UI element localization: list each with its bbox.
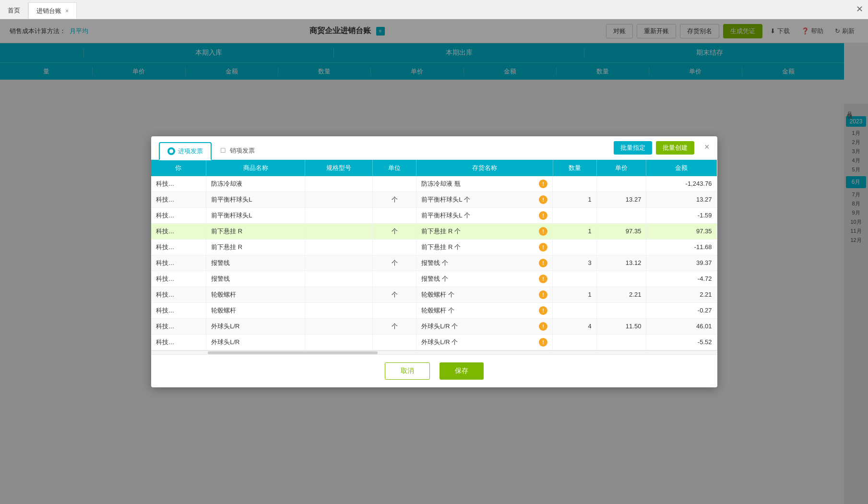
horizontal-scrollbar[interactable]	[151, 350, 717, 354]
cell-spec	[305, 255, 372, 271]
batch-create-button[interactable]: 批量创建	[656, 141, 694, 155]
tab-active-label: 进销台账	[36, 7, 61, 15]
cell-unit	[373, 176, 416, 192]
cell-inventory: 前平衡杆球头L 个!	[416, 192, 553, 207]
cell-product-name: 前平衡杆球头L	[206, 192, 305, 207]
cell-inventory: 报警线 个!	[416, 271, 553, 287]
cancel-button[interactable]: 取消	[385, 362, 430, 380]
cell-amount: -11.68	[646, 239, 717, 255]
cell-company: 科技…	[151, 255, 206, 271]
tab-active[interactable]: 进销台账 ×	[28, 2, 77, 19]
cell-product-name: 轮毂螺杆	[206, 287, 305, 302]
cell-inventory: 外球头L/R 个!	[416, 335, 553, 350]
cell-qty	[553, 334, 596, 350]
income-invoice-icon	[167, 147, 175, 155]
th-spec: 规格型号	[305, 160, 372, 176]
inventory-name-text: 轮毂螺杆 个	[421, 290, 454, 299]
table-row: 科技…报警线个报警线 个!313.1239.37	[151, 255, 717, 271]
modal-close-button[interactable]: ×	[704, 142, 710, 152]
cell-spec	[305, 334, 372, 350]
cell-product-name: 外球头L/R	[206, 318, 305, 334]
modal-header: 进项发票 ☐ 销项发票 批量指定 批量创建 ×	[151, 136, 717, 160]
cell-qty	[553, 271, 596, 287]
cell-amount: -5.52	[646, 334, 717, 350]
cell-price: 97.35	[596, 223, 646, 239]
tab-home-label: 首页	[8, 6, 20, 15]
cell-price: 2.21	[596, 287, 646, 302]
cell-price: 13.27	[596, 192, 646, 207]
cell-unit: 个	[373, 287, 416, 302]
modal-dialog: 进项发票 ☐ 销项发票 批量指定 批量创建 × 你	[151, 136, 717, 387]
modal-overlay: 进项发票 ☐ 销项发票 批量指定 批量创建 × 你	[0, 19, 868, 504]
cell-inventory: 轮毂螺杆 个!	[416, 303, 553, 318]
cell-spec	[305, 239, 372, 255]
cell-inventory: 前下悬挂 R 个!	[416, 224, 553, 239]
tab-close-icon[interactable]: ×	[65, 8, 69, 14]
cell-price	[596, 207, 646, 223]
cell-spec	[305, 302, 372, 318]
cell-amount: -1.59	[646, 207, 717, 223]
warn-icon: !	[539, 259, 547, 267]
tab-home[interactable]: 首页	[0, 2, 28, 19]
cell-product-name: 前下悬挂 R	[206, 223, 305, 239]
cell-amount: -4.72	[646, 271, 717, 287]
inventory-name-text: 轮毂螺杆 个	[421, 306, 454, 315]
cell-spec	[305, 271, 372, 287]
th-amount: 金额	[646, 160, 717, 176]
tab-sales-invoice[interactable]: ☐ 销项发票	[212, 143, 262, 159]
cell-inventory: 轮毂螺杆 个!	[416, 287, 553, 302]
warn-icon: !	[539, 211, 547, 220]
cell-qty	[553, 302, 596, 318]
window-close-button[interactable]: ✕	[856, 4, 863, 14]
cell-product-name: 前下悬挂 R	[206, 239, 305, 255]
warn-icon: !	[539, 195, 547, 204]
cell-qty	[553, 176, 596, 192]
cell-qty: 1	[553, 192, 596, 207]
tab-income-invoice[interactable]: 进项发票	[159, 142, 212, 160]
inventory-name-text: 前平衡杆球头L 个	[421, 195, 470, 204]
cell-unit	[373, 302, 416, 318]
cell-inventory: 防冻冷却液 瓶!	[416, 176, 553, 192]
cell-qty	[553, 239, 596, 255]
cell-spec	[305, 318, 372, 334]
batch-assign-button[interactable]: 批量指定	[614, 141, 652, 155]
cell-product-name: 防冻冷却液	[206, 176, 305, 192]
cell-product-name: 外球头L/R	[206, 334, 305, 350]
cell-unit: 个	[373, 318, 416, 334]
inventory-name-text: 外球头L/R 个	[421, 322, 458, 331]
sales-invoice-icon: ☐	[219, 147, 227, 155]
cell-amount: -0.27	[646, 302, 717, 318]
cell-spec	[305, 176, 372, 192]
modal-footer: 取消 保存	[151, 354, 717, 387]
cell-price	[596, 176, 646, 192]
table-row: 科技…轮毂螺杆个轮毂螺杆 个!12.212.21	[151, 287, 717, 302]
table-row: 科技…前平衡杆球头L个前平衡杆球头L 个!113.2713.27	[151, 192, 717, 207]
cell-amount: 13.27	[646, 192, 717, 207]
table-row: 科技…外球头L/R个外球头L/R 个!411.5046.01	[151, 318, 717, 334]
svg-point-0	[169, 149, 173, 153]
cell-price	[596, 334, 646, 350]
cell-price: 11.50	[596, 318, 646, 334]
table-row: 科技…前下悬挂 R前下悬挂 R 个!-11.68	[151, 239, 717, 255]
cell-company: 科技…	[151, 176, 206, 192]
cell-inventory: 外球头L/R 个!	[416, 319, 553, 334]
inventory-name-text: 报警线 个	[421, 259, 448, 267]
table-row: 科技…前平衡杆球头L前平衡杆球头L 个!-1.59	[151, 207, 717, 223]
table-row: 科技…轮毂螺杆轮毂螺杆 个!-0.27	[151, 302, 717, 318]
cell-company: 科技…	[151, 287, 206, 302]
cell-price: 13.12	[596, 255, 646, 271]
cell-product-name: 报警线	[206, 271, 305, 287]
cell-unit	[373, 239, 416, 255]
cell-company: 科技…	[151, 207, 206, 223]
cell-inventory: 报警线 个!	[416, 255, 553, 271]
sales-invoice-label: 销项发票	[230, 146, 255, 155]
save-button[interactable]: 保存	[440, 362, 484, 380]
scrollbar-thumb[interactable]	[208, 351, 378, 354]
modal-table: 你 商品名称 规格型号 单位 存货名称 数量 单价 金额 科技…防冻冷却液防冻冷…	[151, 160, 717, 350]
warn-icon: !	[539, 306, 547, 315]
table-row: 科技…防冻冷却液防冻冷却液 瓶!-1,243.76	[151, 176, 717, 192]
cell-company: 科技…	[151, 334, 206, 350]
cell-qty: 1	[553, 287, 596, 302]
th-qty: 数量	[553, 160, 596, 176]
cell-company: 科技…	[151, 192, 206, 207]
